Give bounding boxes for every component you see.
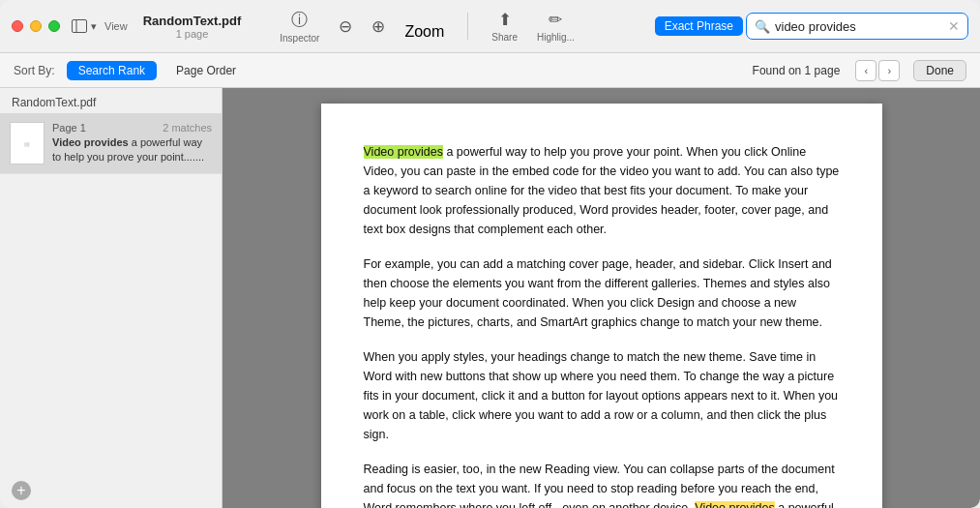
traffic-lights	[12, 20, 60, 32]
search-rank-button[interactable]: Search Rank	[67, 61, 157, 80]
pdf-paragraph: For example, you can add a matching cove…	[364, 254, 840, 332]
found-label: Found on 1 page	[753, 64, 841, 77]
zoom-in-button[interactable]: ⊕	[371, 16, 385, 37]
search-highlight-1: Video provides	[364, 145, 443, 159]
pdf-paragraph: When you apply styles, your headings cha…	[364, 347, 840, 444]
sidebar-excerpt: Video provides a powerful way to help yo…	[52, 135, 212, 165]
minimize-button[interactable]	[30, 20, 42, 32]
excerpt-highlight: Video provides	[52, 136, 129, 148]
close-button[interactable]	[12, 20, 23, 32]
share-button[interactable]: ⬆ Share	[491, 10, 518, 43]
sort-bar: Sort By: Search Rank Page Order Found on…	[0, 53, 980, 88]
sidebar-header: RandomText.pdf	[0, 88, 222, 114]
sidebar-item-info: Page 1 2 matches Video provides a powerf…	[52, 122, 212, 165]
list-item[interactable]: ▤ Page 1 2 matches Video provides a powe…	[0, 114, 222, 174]
highlight-label: Highlig...	[537, 32, 575, 43]
share-label: Share	[491, 32, 518, 43]
file-name: RandomText.pdf	[143, 14, 242, 28]
svg-rect-0	[73, 20, 87, 33]
search-bar: 🔍 ✕	[746, 13, 968, 40]
inspector-icon: ⓘ	[291, 9, 308, 31]
zoom-label: Zoom	[404, 23, 444, 41]
separator	[467, 13, 468, 40]
file-title-section: RandomText.pdf 1 page	[143, 14, 242, 40]
search-icon: 🔍	[755, 19, 770, 34]
inspector-button[interactable]: ⓘ Inspector	[280, 9, 319, 44]
pdf-paragraph: Video provides a powerful way to help yo…	[364, 142, 840, 239]
pdf-page: Video provides a powerful way to help yo…	[321, 104, 882, 508]
sort-by-label: Sort By:	[14, 64, 55, 77]
sidebar-toggle-button[interactable]	[72, 19, 87, 33]
view-toggle: ▾	[72, 19, 97, 33]
search-highlight-2: Video provides	[695, 501, 774, 508]
zoom-out-button[interactable]: ⊖	[339, 16, 352, 37]
search-clear-button[interactable]: ✕	[948, 18, 960, 34]
pdf-paragraph: Reading is easier, too, in the new Readi…	[364, 460, 840, 508]
maximize-button[interactable]	[48, 20, 60, 32]
toolbar-icons: ⓘ Inspector ⊖ ⊕ Zoom ⬆ Share ✏ Highlig..…	[280, 9, 575, 44]
sidebar: RandomText.pdf ▤ Page 1 2 matches Video …	[0, 88, 223, 508]
highlight-button[interactable]: ✏ Highlig...	[537, 10, 575, 43]
page-order-button[interactable]: Page Order	[164, 61, 248, 80]
main-content: RandomText.pdf ▤ Page 1 2 matches Video …	[0, 88, 980, 508]
next-result-button[interactable]: ›	[878, 60, 900, 81]
view-label: View	[104, 20, 128, 32]
navigation-buttons: ‹ ›	[855, 60, 900, 81]
page-thumbnail: ▤	[10, 122, 45, 164]
zoom-in-icon: ⊕	[371, 16, 385, 37]
done-button[interactable]: Done	[913, 60, 966, 81]
title-bar: ▾ View RandomText.pdf 1 page ⓘ Inspector…	[0, 0, 980, 53]
highlight-icon: ✏	[549, 10, 562, 30]
sidebar-add-area: +	[0, 473, 222, 508]
page-label: Page 1	[52, 122, 86, 134]
inspector-label: Inspector	[280, 33, 319, 44]
pdf-viewer[interactable]: Video provides a powerful way to help yo…	[223, 88, 980, 508]
prev-result-button[interactable]: ‹	[855, 60, 876, 81]
exact-phrase-button[interactable]: Exact Phrase	[655, 16, 743, 36]
sidebar-item-header: Page 1 2 matches	[52, 122, 212, 134]
search-input[interactable]	[775, 19, 948, 34]
match-count: 2 matches	[163, 122, 212, 134]
zoom-out-icon: ⊖	[339, 16, 352, 37]
share-icon: ⬆	[498, 10, 512, 30]
page-count: 1 page	[176, 28, 209, 40]
add-page-button[interactable]: +	[12, 481, 31, 500]
